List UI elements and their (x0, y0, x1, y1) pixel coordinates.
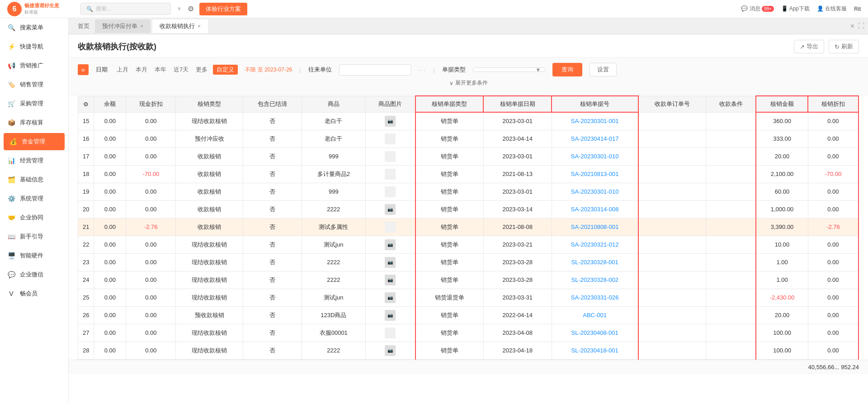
sidebar-item-basic-info[interactable]: 🗂️ 基础信息 (0, 170, 68, 189)
row-condition (706, 253, 756, 271)
row-product-img (365, 130, 415, 147)
bill-no-link[interactable]: SL-20230328-001 (571, 259, 618, 266)
sidebar-item-management[interactable]: 📊 经营管理 (0, 151, 68, 170)
row-bill-date: 2021-08-13 (483, 165, 552, 183)
th-condition: 收款条件 (706, 96, 756, 112)
tab-bar-right: × ⛶ (850, 22, 864, 30)
th-product-img: 商品图片 (365, 96, 415, 112)
query-button[interactable]: 查询 (552, 63, 582, 76)
bill-no-link[interactable]: SA-20210808-001 (571, 223, 619, 230)
filter-row: » 日期 上月 本月 本年 近7天 更多 自定义 不限 至 2023-07-26… (78, 63, 859, 76)
bill-no-link[interactable]: SL-20230418-001 (571, 347, 618, 354)
bill-no-link[interactable]: SA-20230301-010 (571, 188, 619, 195)
user-name[interactable]: Rit (854, 6, 861, 12)
row-product-img: 📷 (365, 253, 415, 271)
row-cash-discount: -70.00 (126, 165, 176, 183)
table-row: 24 0.00 0.00 现结收款核销 否 2222 📷 销货单 2023-03… (78, 271, 859, 289)
refresh-button[interactable]: ↻ 刷新 (829, 40, 859, 53)
sidebar-item-inventory[interactable]: 📦 库存核算 (0, 113, 68, 132)
row-product: 衣服00001 (302, 324, 365, 342)
date-more[interactable]: 更多 (194, 65, 209, 75)
row-product-img: 📷 (365, 289, 415, 306)
row-bill-type: 销货退货单 (415, 289, 484, 306)
row-type: 现结收款核销 (176, 112, 243, 130)
logo-title: 畅捷通谱好生意 (24, 2, 59, 9)
sidebar-item-finance[interactable]: 💰 资金管理 (4, 133, 65, 150)
sidebar-item-hardware[interactable]: 🖥️ 智能硬件 (0, 246, 68, 265)
bill-no-link[interactable]: SA-20230331-026 (571, 294, 619, 301)
row-product-img (365, 183, 415, 200)
bill-no-link[interactable]: SA-20230414-017 (571, 135, 619, 142)
sidebar-item-purchase[interactable]: 🛒 采购管理 (0, 94, 68, 113)
logo-tag: 标准版 (24, 9, 59, 15)
row-discount: -2.76 (808, 218, 859, 236)
notification-icon[interactable]: 💬 消息 99+ (741, 5, 774, 13)
tab-writeoff-close[interactable]: × (198, 23, 201, 29)
table-settings-button[interactable]: 设置 (590, 63, 617, 76)
chevron-down-icon: ▼ (535, 67, 541, 73)
sidebar-item-wechat[interactable]: 💬 企业微信 (0, 265, 68, 284)
sidebar-item-marketing[interactable]: 📢 营销推广 (0, 56, 68, 75)
sidebar-item-search[interactable]: 🔍 搜索菜单 (0, 18, 68, 37)
table-row: 23 0.00 0.00 现结收款核销 否 2222 📷 销货单 2023-03… (78, 253, 859, 271)
row-type: 收款核销 (176, 218, 243, 236)
row-product: 2222 (302, 271, 365, 289)
row-cash-discount: 0.00 (126, 147, 176, 165)
gear-icon[interactable]: ⚙ (188, 5, 194, 13)
sidebar-item-system[interactable]: ⚙️ 系统管理 (0, 189, 68, 208)
tab-writeoff[interactable]: 收款核销执行 × (152, 19, 208, 33)
sidebar-item-quick-nav[interactable]: ⚡ 快捷导航 (0, 37, 68, 56)
row-bill-type: 销货单 (415, 306, 484, 324)
bill-no-link[interactable]: SA-20230301-001 (571, 118, 619, 124)
sidebar-label-guide: 新手引导 (20, 233, 43, 241)
row-bill-type: 销货单 (415, 165, 484, 183)
app-download-link[interactable]: 📱 App下载 (781, 5, 810, 13)
bill-type-select[interactable]: ▼ (473, 67, 545, 72)
expand-more-btn[interactable]: ∨ 展开更多条件 (78, 76, 859, 90)
refresh-icon: ↻ (835, 43, 840, 50)
bill-no-link[interactable]: SA-20230301-010 (571, 153, 619, 160)
counterpart-input[interactable] (339, 64, 411, 76)
top-bar-right: 💬 消息 99+ 📱 App下载 👤 在线客服 Rit (741, 5, 861, 13)
sidebar-item-guide[interactable]: 📖 新手引导 (0, 227, 68, 246)
date-this-year[interactable]: 本年 (153, 65, 168, 75)
bill-no-link[interactable]: SA-20230314-008 (571, 206, 619, 213)
tab-prepay-close[interactable]: × (140, 23, 143, 29)
row-order-no (638, 165, 706, 183)
sidebar-item-member[interactable]: V 畅会员 (0, 284, 68, 303)
date-this-month[interactable]: 本月 (134, 65, 149, 75)
tab-prepay[interactable]: 预付冲应付单 × (95, 19, 151, 33)
date-custom[interactable]: 自定义 (213, 65, 238, 75)
tab-home[interactable]: 首页 (72, 19, 95, 33)
bill-no-link[interactable]: SA-20230321-012 (571, 241, 619, 248)
row-bill-no: SL-20230328-002 (552, 271, 638, 289)
date-last-month[interactable]: 上月 (115, 65, 130, 75)
table-row: 21 0.00 -2.76 收款核销 否 测试多属性 销货单 2021-08-0… (78, 218, 859, 236)
tab-window-close[interactable]: × (850, 22, 854, 30)
row-product: 999 (302, 147, 365, 165)
th-settings[interactable]: ⚙ (78, 96, 94, 112)
row-bill-no: SA-20230301-010 (552, 147, 638, 165)
industry-button[interactable]: 体验行业方案 (199, 3, 247, 15)
online-service-link[interactable]: 👤 在线客服 (817, 5, 847, 13)
row-type: 预收款核销 (176, 306, 243, 324)
page-title: 收款核销执行(按收款) (78, 41, 156, 52)
sidebar-item-sales[interactable]: 🏷️ 销售管理 (0, 75, 68, 94)
export-button[interactable]: ↗ 导出 (794, 40, 824, 53)
filter-expand-button[interactable]: » (78, 64, 89, 75)
search-bar[interactable]: 🔍 搜索... (80, 3, 171, 15)
bill-no-link[interactable]: ABC-001 (583, 312, 607, 318)
page-header: 收款核销执行(按收款) ↗ 导出 ↻ 刷新 (69, 34, 868, 57)
row-product-img (365, 165, 415, 183)
bill-no-link[interactable]: SL-20230328-002 (571, 276, 618, 283)
row-id: 22 (78, 236, 94, 253)
tab-window-maximize[interactable]: ⛶ (858, 22, 864, 30)
date-7days[interactable]: 近7天 (172, 65, 190, 75)
row-discount: -70.00 (808, 165, 859, 183)
row-type: 现结收款核销 (176, 342, 243, 359)
bill-no-link[interactable]: SL-20230408-001 (571, 329, 618, 336)
bill-no-link[interactable]: SA-20210813-001 (571, 171, 619, 177)
sidebar-item-enterprise[interactable]: 🤝 企业协同 (0, 208, 68, 227)
row-id: 20 (78, 200, 94, 218)
tab-bar: 首页 预付冲应付单 × 收款核销执行 × × ⛶ (69, 18, 868, 34)
